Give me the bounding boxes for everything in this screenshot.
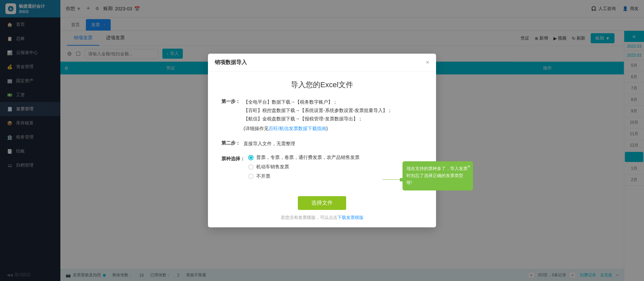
radio-circle-0 [248, 155, 254, 160]
ticket-label: 票种选择： [221, 155, 245, 162]
download-hint-prefix: 若您没有发票模版，可以点击 [281, 215, 337, 220]
radio-circle-2 [248, 174, 254, 179]
modal-overlay[interactable]: 销项数据导入 × 导入您的Excel文件 第一步： 【全电平台】数据下载→【税务… [0, 0, 644, 281]
download-guide-link[interactable]: 百旺/航信发票数据下载指南 [269, 126, 326, 131]
step1-hint-prefix: (详细操作见 [244, 126, 269, 131]
step2: 第二步： 直接导入文件，无需整理 [221, 139, 423, 148]
tooltip-container: × 现在支持的票种多了，导入发票时别忘了选择正确的发票类型呀! [402, 161, 473, 190]
step2-content: 直接导入文件，无需整理 [244, 139, 295, 148]
step2-label: 第二步： [221, 139, 240, 146]
step1: 第一步： 【全电平台】数据下载→【税务数字账户】； 【百旺】税控盘数据下载→【系… [221, 98, 423, 133]
ticket-select: 票种选择： 普票，专票，卷票，通行费发票，农产品销售发票 机动车销售发票 [221, 155, 423, 179]
step1-line2: 【百旺】税控盘数据下载→【系统设置-系统参数设置-发票批量导入】； [244, 106, 392, 115]
tooltip-close-btn[interactable]: × [468, 163, 470, 170]
step1-hint-suffix: ) [326, 126, 328, 131]
dialog-main-title: 导入您的Excel文件 [221, 80, 423, 90]
radio-group: 普票，专票，卷票，通行费发票，农产品销售发票 机动车销售发票 不开票 [248, 155, 360, 179]
step1-hint: (详细操作见百旺/航信发票数据下载指南) [244, 124, 392, 133]
dialog-body: 导入您的Excel文件 第一步： 【全电平台】数据下载→【税务数字账户】； 【百… [208, 72, 436, 196]
tooltip-bubble: × 现在支持的票种多了，导入发票时别忘了选择正确的发票类型呀! [402, 161, 473, 190]
tooltip-line [382, 179, 402, 180]
download-template-link[interactable]: 下载发票模版 [337, 215, 364, 220]
dialog-title: 销项数据导入 [215, 59, 247, 66]
radio-label-0: 普票，专票，卷票，通行费发票，农产品销售发票 [256, 155, 360, 161]
tooltip-text: 现在支持的票种多了，导入发票时别忘了选择正确的发票类型呀! [407, 166, 468, 185]
radio-option-2[interactable]: 不开票 [248, 173, 360, 179]
radio-dot-0 [250, 156, 252, 159]
dialog-header: 销项数据导入 × [208, 54, 436, 72]
radio-circle-1 [248, 164, 254, 170]
step1-line3: 【航信】金税盘数据下载→【报税管理-发票数据导出】； [244, 115, 392, 123]
step1-line1: 【全电平台】数据下载→【税务数字账户】； [244, 98, 392, 106]
select-file-button[interactable]: 选择文件 [298, 196, 346, 210]
dialog-close-button[interactable]: × [426, 59, 429, 65]
import-dialog: 销项数据导入 × 导入您的Excel文件 第一步： 【全电平台】数据下载→【税务… [208, 54, 436, 228]
step1-label: 第一步： [221, 98, 240, 105]
radio-label-1: 机动车销售发票 [256, 164, 289, 170]
radio-option-1[interactable]: 机动车销售发票 [248, 164, 360, 170]
radio-label-2: 不开票 [256, 173, 270, 179]
step1-content: 【全电平台】数据下载→【税务数字账户】； 【百旺】税控盘数据下载→【系统设置-系… [244, 98, 392, 133]
dialog-footer: 选择文件 若您没有发票模版，可以点击下载发票模版 [208, 196, 436, 227]
radio-option-0[interactable]: 普票，专票，卷票，通行费发票，农产品销售发票 [248, 155, 360, 161]
download-hint: 若您没有发票模版，可以点击下载发票模版 [221, 215, 423, 221]
